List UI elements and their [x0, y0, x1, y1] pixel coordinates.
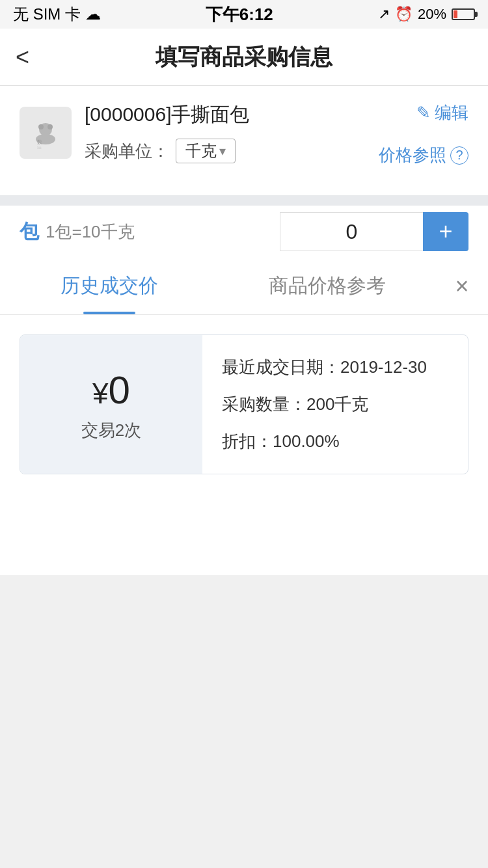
product-card: 数 计 [0000006]手撕面包 采购单位： 千克 ▾ ✎ 编辑: [0, 86, 488, 195]
product-top: 数 计 [0000006]手撕面包 采购单位： 千克 ▾ ✎ 编辑: [20, 102, 468, 167]
quantity-row: 包 1包=10千克 0 +: [0, 206, 488, 258]
last-date-row: 最近成交日期：2019-12-30: [222, 355, 448, 380]
page-title: 填写商品采购信息: [156, 42, 332, 72]
svg-text:数: 数: [37, 139, 42, 145]
edit-label: 编辑: [435, 102, 468, 124]
status-left: 无 SIM 卡 ☁: [13, 4, 101, 25]
discount-label: 折扣：: [222, 431, 273, 451]
product-unit-row: 采购单位： 千克 ▾: [85, 139, 249, 163]
discount-row: 折扣：100.00%: [222, 429, 448, 454]
unit-selector[interactable]: 千克 ▾: [176, 139, 236, 163]
tabs-section: 历史成交价 商品价格参考 × ¥0 交易2次 最近成交日期：2019-12-30…: [0, 258, 488, 575]
currency-symbol: ¥: [92, 377, 108, 409]
purchase-qty-row: 采购数量：200千克: [222, 392, 448, 417]
dropdown-arrow-icon: ▾: [219, 143, 226, 159]
price-card-left: ¥0 交易2次: [20, 335, 202, 474]
package-conversion: 1包=10千克: [46, 221, 135, 243]
tab-history-price[interactable]: 历史成交价: [0, 258, 218, 314]
svg-text:计: 计: [37, 146, 42, 149]
unit-value: 千克: [185, 141, 217, 161]
quantity-value: 0: [346, 220, 358, 244]
status-right: ↗ ⏰ 20%: [378, 6, 475, 23]
quantity-plus-button[interactable]: +: [423, 212, 468, 251]
tabs-header: 历史成交价 商品价格参考 ×: [0, 258, 488, 315]
svg-point-3: [47, 124, 53, 129]
tab-price-reference-label: 商品价格参考: [269, 273, 386, 299]
purchase-qty-label: 采购数量：: [222, 394, 306, 414]
location-icon: ↗: [378, 6, 390, 23]
quantity-label: 包 1包=10千克: [20, 219, 135, 245]
price-card-right: 最近成交日期：2019-12-30 采购数量：200千克 折扣：100.00%: [202, 335, 468, 474]
back-button[interactable]: <: [16, 44, 29, 71]
product-left: 数 计 [0000006]手撕面包 采购单位： 千克 ▾: [20, 102, 249, 163]
unit-label: 采购单位：: [85, 140, 169, 163]
product-info: [0000006]手撕面包 采购单位： 千克 ▾: [85, 102, 249, 163]
tab-history-price-label: 历史成交价: [61, 273, 158, 299]
tab-history-content: ¥0 交易2次 最近成交日期：2019-12-30 采购数量：200千克 折扣：…: [0, 315, 488, 575]
page-header: < 填写商品采购信息: [0, 29, 488, 86]
tab-close-button[interactable]: ×: [436, 273, 488, 300]
close-icon: ×: [455, 273, 468, 300]
last-date-value: 2019-12-30: [340, 357, 427, 377]
bottom-area: [0, 575, 488, 868]
quantity-controls: 0 +: [280, 212, 468, 251]
sim-wifi-text: 无 SIM 卡 ☁: [13, 4, 101, 25]
edit-button[interactable]: ✎ 编辑: [416, 102, 468, 124]
price-amount: 0: [109, 368, 130, 412]
battery-percent: 20%: [418, 6, 446, 23]
product-image: 数 计: [20, 107, 72, 159]
alarm-icon: ⏰: [395, 6, 413, 23]
price-reference-button[interactable]: 价格参照 ?: [379, 144, 468, 167]
tab-price-reference[interactable]: 商品价格参考: [218, 258, 436, 314]
product-name: [0000006]手撕面包: [85, 102, 249, 128]
question-icon: ?: [450, 146, 468, 165]
product-actions: ✎ 编辑 价格参照 ?: [379, 102, 468, 167]
edit-icon: ✎: [416, 103, 431, 123]
trade-count: 交易2次: [81, 419, 141, 442]
discount-value: 100.00%: [273, 431, 340, 451]
status-time: 下午6:12: [206, 3, 273, 26]
status-bar: 无 SIM 卡 ☁ 下午6:12 ↗ ⏰ 20%: [0, 0, 488, 29]
purchase-qty-value: 200千克: [306, 394, 368, 414]
quantity-input[interactable]: 0: [280, 212, 423, 251]
svg-point-2: [38, 124, 44, 129]
separator: [0, 195, 488, 206]
price-display: ¥0: [92, 368, 130, 413]
package-icon: 包: [20, 219, 39, 245]
battery-icon: [452, 8, 475, 20]
price-card: ¥0 交易2次 最近成交日期：2019-12-30 采购数量：200千克 折扣：…: [20, 334, 468, 474]
last-date-label: 最近成交日期：: [222, 357, 340, 377]
price-ref-label: 价格参照: [379, 144, 446, 167]
